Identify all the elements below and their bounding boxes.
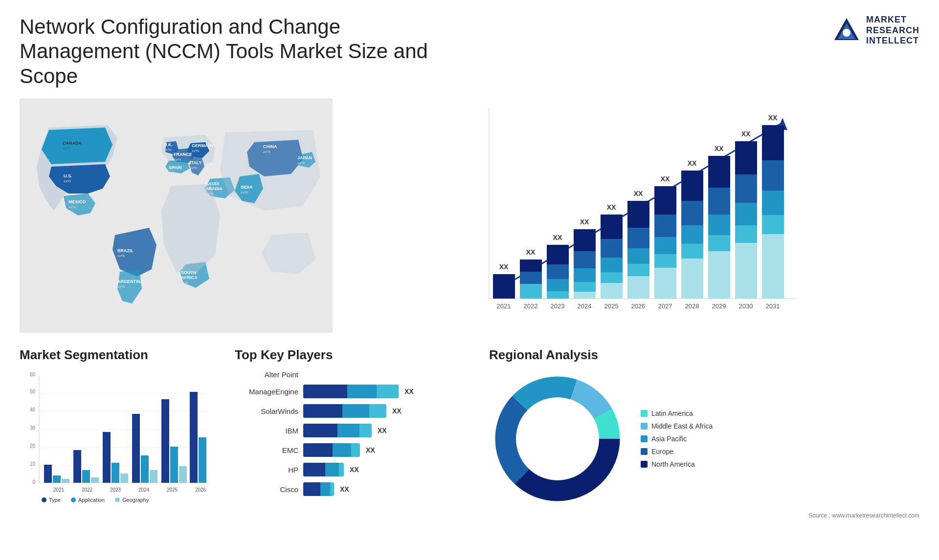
svg-text:2023: 2023	[551, 302, 565, 310]
svg-rect-130	[91, 477, 99, 483]
svg-text:XX: XX	[553, 234, 562, 241]
svg-text:20: 20	[30, 443, 36, 449]
svg-text:XX: XX	[580, 218, 589, 226]
map-container: CANADA xx% U.S. xx% MEXICO xx% BRAZIL xx…	[20, 98, 333, 333]
svg-rect-96	[735, 141, 757, 174]
svg-text:ARGENTINA: ARGENTINA	[117, 279, 144, 284]
top-section: CANADA xx% U.S. xx% MEXICO xx% BRAZIL xx…	[20, 98, 919, 333]
svg-rect-105	[762, 191, 784, 215]
svg-rect-69	[627, 228, 649, 248]
svg-rect-44	[520, 272, 542, 284]
legend-item-latin-america: Latin America	[641, 409, 713, 417]
svg-text:xx%: xx%	[263, 150, 270, 154]
player-name: SolarWinds	[235, 407, 298, 415]
svg-text:xx%: xx%	[297, 161, 305, 165]
player-row: Cisco XX	[235, 482, 479, 496]
player-row: SolarWinds XX	[235, 404, 479, 418]
player-bar-wrap: XX	[303, 424, 479, 437]
player-row: EMC XX	[235, 443, 479, 457]
svg-rect-62	[601, 239, 623, 258]
svg-text:xx%: xx%	[64, 179, 71, 183]
svg-rect-77	[654, 237, 676, 254]
player-bar-wrap: XX	[303, 385, 479, 398]
page: Network Configuration and Change Managem…	[0, 0, 939, 560]
svg-text:2021: 2021	[53, 487, 65, 493]
svg-text:XX: XX	[499, 263, 509, 271]
svg-rect-86	[681, 258, 703, 299]
svg-rect-40	[493, 274, 515, 299]
svg-rect-50	[547, 279, 569, 291]
svg-text:xx%: xx%	[117, 254, 125, 258]
svg-rect-71	[627, 264, 649, 276]
svg-rect-140	[161, 399, 169, 483]
svg-rect-75	[654, 186, 676, 215]
svg-text:U.K.: U.K.	[164, 142, 173, 147]
bottom-section: Market Segmentation 0 10 20 30 40 50 60	[20, 347, 919, 519]
svg-text:xx%: xx%	[68, 205, 76, 209]
svg-rect-142	[179, 466, 187, 483]
donut-chart-svg	[489, 370, 626, 507]
svg-rect-56	[574, 268, 596, 282]
player-name: HP	[235, 466, 298, 474]
svg-rect-91	[708, 215, 730, 235]
svg-text:2026: 2026	[195, 487, 206, 493]
svg-text:SPAIN: SPAIN	[169, 165, 182, 170]
svg-text:Geography: Geography	[122, 497, 149, 503]
svg-text:2027: 2027	[658, 302, 672, 310]
svg-text:xx%: xx%	[192, 149, 199, 153]
legend-swatch	[641, 410, 648, 417]
svg-text:xx%: xx%	[174, 157, 181, 162]
svg-point-160	[516, 397, 599, 480]
svg-text:xx%: xx%	[205, 192, 213, 196]
svg-rect-49	[547, 264, 569, 279]
player-name: Cisco	[235, 485, 298, 494]
player-name: Alter Point	[235, 370, 298, 379]
svg-text:XX: XX	[607, 203, 616, 211]
legend-item-middle-east: Middle East & Africa	[641, 422, 713, 430]
svg-rect-138	[150, 470, 157, 483]
svg-rect-61	[601, 215, 623, 239]
svg-text:2031: 2031	[766, 302, 780, 310]
svg-text:CHINA: CHINA	[263, 144, 277, 149]
donut-area: Latin America Middle East & Africa Asia …	[489, 370, 919, 507]
svg-rect-65	[601, 283, 623, 299]
regional-container: Regional Analysis	[489, 347, 919, 519]
svg-text:2022: 2022	[82, 487, 93, 493]
player-bar-wrap: XX	[303, 482, 479, 496]
players-container: Top Key Players Alter Point ManageEngine	[235, 347, 479, 519]
svg-rect-72	[627, 276, 649, 299]
svg-text:SAUDI: SAUDI	[205, 181, 219, 186]
svg-rect-136	[132, 414, 140, 483]
svg-text:2025: 2025	[604, 302, 619, 310]
page-title: Network Configuration and Change Managem…	[20, 15, 460, 88]
logo-area: MARKET RESEARCH INTELLECT	[832, 15, 919, 46]
svg-text:MEXICO: MEXICO	[68, 199, 86, 204]
svg-rect-64	[601, 272, 623, 283]
svg-text:60: 60	[30, 372, 36, 377]
svg-text:XX: XX	[526, 248, 536, 256]
svg-text:30: 30	[30, 425, 36, 431]
svg-text:2023: 2023	[110, 487, 121, 493]
legend-label: Latin America	[651, 409, 693, 417]
svg-text:2030: 2030	[739, 302, 753, 310]
donut-legend: Latin America Middle East & Africa Asia …	[641, 409, 713, 468]
svg-text:2026: 2026	[631, 302, 646, 310]
svg-rect-103	[762, 125, 784, 160]
svg-text:XX: XX	[634, 190, 643, 197]
bar-chart-container: XX 2021 XX 2022 XX 2023	[342, 98, 919, 333]
svg-rect-132	[103, 432, 111, 483]
svg-text:GERMANY: GERMANY	[192, 143, 214, 148]
svg-rect-70	[627, 248, 649, 264]
svg-text:40: 40	[30, 407, 36, 412]
legend-swatch	[641, 423, 648, 430]
svg-text:xx%: xx%	[241, 190, 248, 194]
player-list: Alter Point ManageEngine XX	[235, 370, 479, 496]
svg-rect-107	[762, 234, 784, 299]
svg-point-149	[42, 497, 46, 502]
svg-rect-45	[520, 284, 542, 299]
svg-text:ARABIA: ARABIA	[205, 186, 223, 191]
svg-rect-58	[574, 292, 596, 299]
svg-rect-55	[574, 251, 596, 268]
players-title: Top Key Players	[235, 347, 479, 363]
svg-text:xx%: xx%	[190, 166, 197, 170]
